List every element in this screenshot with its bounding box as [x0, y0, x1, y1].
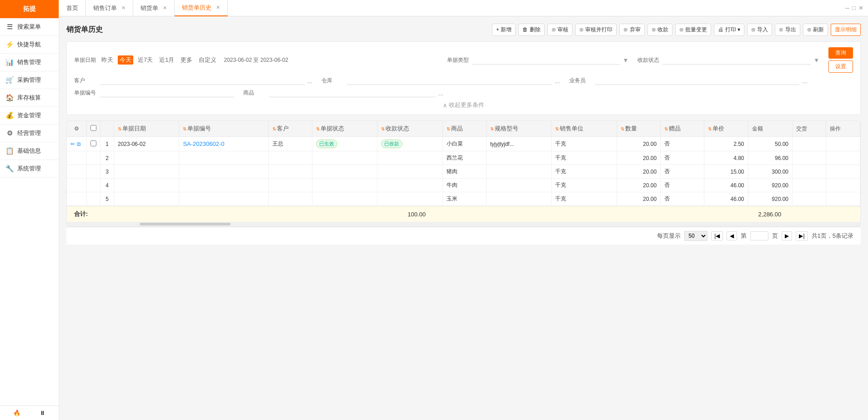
- col-payment-status[interactable]: ⇅收款状态: [377, 121, 442, 137]
- query-button[interactable]: 查询: [828, 47, 853, 59]
- sidebar-item-inventory[interactable]: 🏠 库存核算: [0, 89, 59, 107]
- date-tab-today[interactable]: 今天: [118, 55, 133, 65]
- goods-dots[interactable]: ...: [438, 90, 444, 97]
- doc-type-dropdown-icon[interactable]: ▼: [622, 57, 628, 64]
- payment-status-input[interactable]: [663, 56, 811, 65]
- col-spec[interactable]: ⇅规格型号: [486, 121, 551, 137]
- show-detail-button[interactable]: 显示明细: [831, 24, 861, 36]
- cell-unit: 千克: [552, 137, 617, 151]
- doc-type-input[interactable]: [472, 56, 620, 65]
- window-maximize-icon[interactable]: □: [852, 5, 856, 11]
- tab-home[interactable]: 首页: [59, 0, 86, 16]
- window-close-icon[interactable]: ✕: [858, 5, 863, 11]
- table-scrollbar[interactable]: [67, 222, 860, 226]
- sidebar-item-quick-nav[interactable]: ⚡ 快捷导航: [0, 36, 59, 54]
- batch-change-button[interactable]: ⊙ 批量变更: [675, 24, 711, 36]
- audit-button[interactable]: ⊙ 审核: [547, 24, 572, 36]
- sidebar-item-finance-mgmt[interactable]: 💰 资金管理: [0, 107, 59, 125]
- tab-sales-goods-close[interactable]: ✕: [163, 5, 167, 11]
- edit-icon[interactable]: ✏: [70, 141, 75, 147]
- fire-icon[interactable]: 🔥: [13, 410, 20, 416]
- add-button[interactable]: + 新增: [492, 24, 516, 36]
- date-range: 昨天 今天 近7天 近1月 更多 自定义 2023-06-02 至 2023-0…: [100, 55, 438, 65]
- first-page-button[interactable]: |◀: [711, 231, 723, 240]
- last-page-button[interactable]: ▶|: [796, 231, 808, 240]
- filter-date: 单据日期 昨天 今天 近7天 近1月 更多 自定义 2023-06-02 至 2…: [74, 55, 438, 65]
- abandon-button[interactable]: ⊙ 弃审: [619, 24, 644, 36]
- sidebar: 拓提 ☰ 搜索菜单 ⚡ 快捷导航 📊 销售管理 🛒 采购管理 🏠 库存核算 💰 …: [0, 0, 59, 420]
- col-doc-date[interactable]: ⇅单据日期: [114, 121, 179, 137]
- sidebar-item-sys-mgmt[interactable]: 🔧 系统管理: [0, 160, 59, 178]
- filter-row-1: 单据日期 昨天 今天 近7天 近1月 更多 自定义 2023-06-02 至 2…: [74, 47, 853, 73]
- col-customer[interactable]: ⇅客户: [268, 121, 312, 137]
- cell-row-num: 3: [100, 165, 114, 179]
- date-tab-7days[interactable]: 近7天: [136, 55, 155, 65]
- audit-print-button[interactable]: ⊙ 审核并打印: [575, 24, 617, 36]
- col-doc-number[interactable]: ⇅单据编号: [179, 121, 268, 137]
- row-checkbox[interactable]: [90, 140, 96, 146]
- print-button[interactable]: 🖨 打印 ▾: [714, 24, 744, 36]
- salesperson-input[interactable]: [595, 76, 800, 85]
- col-gift[interactable]: ⇅赠品: [661, 121, 704, 137]
- cell-doc-status: [312, 179, 377, 192]
- delete-button[interactable]: 🗑 删除: [518, 24, 544, 36]
- page-input[interactable]: 1: [750, 231, 768, 240]
- table-header-row: ⚙ ⇅单据日期 ⇅单据编号 ⇅客户 ⇅单据状态 ⇅收款状态 ⇅商品 ⇅规格型号 …: [67, 121, 860, 137]
- tab-sales-order[interactable]: 销售订单 ✕: [86, 0, 133, 16]
- date-tab-custom[interactable]: 自定义: [197, 55, 218, 65]
- col-unit-price[interactable]: ⇅单价: [704, 121, 748, 137]
- sidebar-item-sales-mgmt[interactable]: 📊 销售管理: [0, 54, 59, 71]
- cell-customer: [268, 165, 312, 179]
- date-tab-yesterday[interactable]: 昨天: [100, 55, 115, 65]
- tab-sales-goods-history-close[interactable]: ✕: [216, 5, 220, 10]
- tab-sales-order-close[interactable]: ✕: [121, 5, 125, 11]
- date-tab-more[interactable]: 更多: [179, 55, 194, 65]
- cell-doc-status: [312, 151, 377, 165]
- window-minimize-icon[interactable]: ─: [845, 5, 849, 11]
- cell-spec: [486, 151, 551, 165]
- tab-sales-goods-history[interactable]: 销货单历史 ✕: [175, 0, 228, 16]
- scrollbar-thumb[interactable]: [140, 223, 231, 225]
- content-area: 销货单历史 + 新增 🗑 删除 ⊙ 审核 ⊙ 审核并打印 ⊙ 弃审 ⊙ 收款 ⊙…: [59, 16, 868, 420]
- sidebar-item-search-menu[interactable]: ☰ 搜索菜单: [0, 18, 59, 36]
- customer-input[interactable]: [100, 76, 305, 85]
- warehouse-input[interactable]: [347, 76, 552, 85]
- select-all-checkbox[interactable]: [90, 125, 96, 131]
- copy-icon[interactable]: ⧉: [77, 141, 81, 147]
- doc-number-input[interactable]: [100, 89, 234, 97]
- cell-checkbox: [87, 165, 100, 179]
- cell-row-num: 5: [100, 192, 114, 206]
- cell-spec: [486, 165, 551, 179]
- cell-goods: 小白菜: [442, 137, 486, 151]
- doc-number-link[interactable]: SA-20230602-0: [183, 140, 224, 147]
- receive-button[interactable]: ⊙ 收款: [647, 24, 672, 36]
- prev-page-button[interactable]: ◀: [727, 231, 737, 240]
- col-settings[interactable]: ⚙: [67, 121, 87, 137]
- col-goods[interactable]: ⇅商品: [442, 121, 486, 137]
- cell-goods: 西兰花: [442, 151, 486, 165]
- col-quantity[interactable]: ⇅数量: [617, 121, 660, 137]
- tab-sales-goods[interactable]: 销货单 ✕: [133, 0, 175, 16]
- date-tab-1month[interactable]: 近1月: [157, 55, 176, 65]
- import-button[interactable]: ⊙ 导入: [747, 24, 772, 36]
- sidebar-item-purchase-mgmt[interactable]: 🛒 采购管理: [0, 71, 59, 89]
- customer-dots[interactable]: ...: [307, 77, 313, 85]
- sidebar-item-base-info[interactable]: 📋 基础信息: [0, 142, 59, 160]
- pause-icon[interactable]: ⏸: [40, 410, 45, 416]
- table-wrapper: ⚙ ⇅单据日期 ⇅单据编号 ⇅客户 ⇅单据状态 ⇅收款状态 ⇅商品 ⇅规格型号 …: [66, 120, 861, 227]
- cell-customer: [268, 179, 312, 192]
- collapse-button[interactable]: ∧ 收起更多条件: [443, 101, 484, 109]
- goods-input[interactable]: [269, 89, 436, 97]
- col-doc-status[interactable]: ⇅单据状态: [312, 121, 377, 137]
- per-page-label: 每页显示: [657, 232, 681, 240]
- col-unit[interactable]: ⇅销售单位: [552, 121, 617, 137]
- salesperson-dots[interactable]: ...: [802, 77, 808, 85]
- refresh-button[interactable]: ⊙ 刷新: [803, 24, 828, 36]
- warehouse-dots[interactable]: ...: [555, 77, 560, 85]
- export-button[interactable]: ⊙ 导出: [775, 24, 800, 36]
- per-page-select[interactable]: 50 100 200: [684, 231, 707, 241]
- sidebar-item-ops-mgmt[interactable]: ⚙ 经营管理: [0, 125, 59, 142]
- set-button[interactable]: 设置: [828, 60, 853, 73]
- payment-status-dropdown-icon[interactable]: ▼: [813, 57, 819, 64]
- next-page-button[interactable]: ▶: [782, 231, 792, 240]
